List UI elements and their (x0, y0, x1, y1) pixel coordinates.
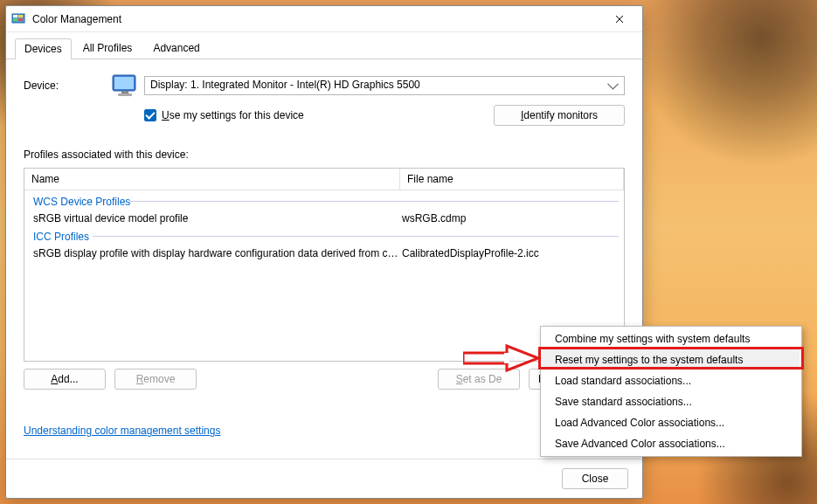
close-dialog-button[interactable]: Close (562, 468, 628, 489)
remove-button[interactable]: Remove (114, 369, 197, 390)
svg-rect-6 (114, 77, 134, 89)
monitor-icon (111, 73, 139, 98)
tab-label: All Profiles (83, 42, 133, 54)
tab-advanced[interactable]: Advanced (143, 38, 209, 59)
profile-row[interactable]: sRGB display profile with display hardwa… (24, 245, 624, 262)
use-settings-wrapper: Use my settings for this device (144, 109, 304, 121)
profiles-context-menu: Combine my settings with system defaults… (540, 326, 802, 457)
understanding-link[interactable]: Understanding color management settings (24, 425, 625, 437)
svg-rect-8 (118, 93, 132, 96)
menu-load-standard[interactable]: Load standard associations... (543, 370, 800, 391)
profile-name: sRGB virtual device model profile (33, 212, 402, 224)
listview-body: WCS Device Profiles sRGB virtual device … (24, 190, 624, 264)
svg-rect-1 (13, 15, 17, 17)
menu-reset-settings[interactable]: Reset my settings to the system defaults (543, 349, 800, 370)
svg-rect-4 (18, 18, 23, 21)
close-button[interactable] (602, 7, 637, 31)
group-icc[interactable]: ICC Profiles (24, 227, 624, 245)
identify-monitors-button[interactable]: Identify monitors (494, 105, 625, 126)
menu-save-standard[interactable]: Save standard associations... (543, 391, 800, 412)
tab-devices[interactable]: Devices (15, 38, 72, 59)
window-title: Color Management (32, 13, 602, 25)
menu-combine-settings[interactable]: Combine my settings with system defaults (543, 328, 800, 349)
use-settings-label[interactable]: Use my settings for this device (162, 109, 304, 121)
device-row: Device: Display: 1. Integrated Monitor -… (24, 73, 625, 98)
svg-rect-3 (13, 18, 17, 21)
device-label: Device: (24, 79, 111, 92)
svg-rect-7 (121, 91, 128, 93)
add-button[interactable]: Add... (24, 369, 106, 390)
profile-name: sRGB display profile with display hardwa… (33, 247, 402, 259)
profile-filename: CalibratedDisplayProfile-2.icc (402, 247, 617, 259)
dialog-footer: Close (6, 459, 642, 498)
profiles-section-label: Profiles associated with this device: (24, 148, 625, 161)
app-icon (11, 12, 25, 26)
tab-label: Advanced (153, 42, 199, 54)
profiles-listview[interactable]: Name File name WCS Device Profiles sRGB … (24, 168, 625, 362)
svg-rect-2 (18, 15, 23, 17)
tab-strip: Devices All Profiles Advanced (6, 32, 642, 59)
device-selected-value: Display: 1. Integrated Monitor - Intel(R… (150, 79, 420, 91)
profile-filename: wsRGB.cdmp (402, 212, 617, 224)
profile-buttons-row: Add... Remove Set as De Pr (24, 369, 625, 390)
tab-all-profiles[interactable]: All Profiles (73, 38, 142, 59)
column-header-filename[interactable]: File name (400, 169, 624, 190)
titlebar: Color Management (6, 6, 642, 32)
menu-load-advanced[interactable]: Load Advanced Color associations... (543, 412, 800, 433)
device-options-row: Use my settings for this device Identify… (24, 105, 625, 126)
use-settings-checkbox[interactable] (144, 109, 156, 121)
set-default-button[interactable]: Set as De (438, 369, 520, 390)
listview-header: Name File name (24, 169, 624, 190)
column-header-name[interactable]: Name (24, 169, 400, 190)
menu-save-advanced[interactable]: Save Advanced Color associations... (543, 433, 800, 454)
device-dropdown[interactable]: Display: 1. Integrated Monitor - Intel(R… (144, 76, 625, 95)
profile-row[interactable]: sRGB virtual device model profile wsRGB.… (24, 210, 624, 227)
close-icon (615, 15, 624, 24)
tab-label: Devices (24, 43, 62, 55)
group-wcs[interactable]: WCS Device Profiles (24, 192, 624, 210)
